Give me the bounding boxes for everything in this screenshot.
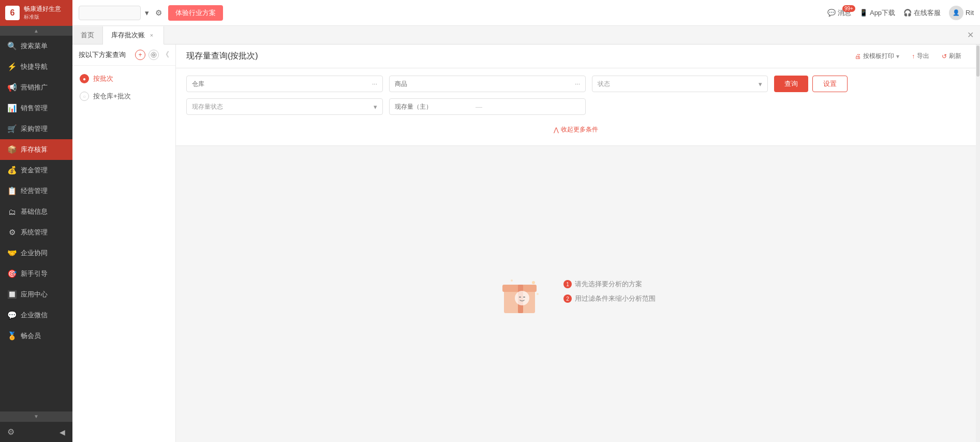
operation-icon: 📋 <box>7 186 17 196</box>
sidebar-item-wechat[interactable]: 💬 企业微信 <box>0 305 72 326</box>
topbar-search-input[interactable] <box>79 6 141 20</box>
collapse-icon[interactable]: ◀ <box>60 428 65 436</box>
messages-btn[interactable]: 💬 消息 99+ <box>827 8 851 18</box>
empty-svg <box>496 268 548 320</box>
print-dropdown-icon[interactable]: ▾ <box>896 53 899 60</box>
settings-icon[interactable]: ⚙ <box>7 427 14 437</box>
scheme-dot-active: ● <box>80 74 89 83</box>
enterprise-icon: 🤝 <box>7 248 17 258</box>
wechat-icon: 💬 <box>7 311 17 320</box>
status-select[interactable]: 状态 ▾ <box>592 76 768 92</box>
avatar: 👤 <box>949 6 963 20</box>
sidebar-item-inventory[interactable]: 📦 库存核算 <box>0 139 72 160</box>
refresh-icon: ↺ <box>942 53 947 60</box>
warehouse-input[interactable] <box>209 80 372 87</box>
filter-section: 仓库 ··· 商品 ··· 状态 ▾ 查询 设置 <box>176 68 976 146</box>
right-scrollbar <box>976 45 980 442</box>
warehouse-field[interactable]: 仓库 ··· <box>186 76 383 92</box>
scheme-add-btn[interactable]: + <box>135 50 145 60</box>
inventory-qty-range: 现存量（主） — <box>389 98 586 115</box>
sidebar-item-system[interactable]: ⚙ 系统管理 <box>0 222 72 243</box>
topbar-actions: 💬 消息 99+ 📱 App下载 🎧 在线客服 👤 Rit <box>827 6 974 20</box>
scheme-panel: 按以下方案查询 + 《 ● 按批次 <box>72 45 176 442</box>
member-icon: 🏅 <box>7 331 17 341</box>
empty-tip-2: 2 用过滤条件来缩小分析范围 <box>563 294 656 303</box>
settings-btn[interactable]: 设置 <box>812 76 848 92</box>
tab-close-btn[interactable]: × <box>148 32 155 39</box>
scheme-item-batch[interactable]: ● 按批次 <box>72 70 175 87</box>
query-btn[interactable]: 查询 <box>774 76 808 92</box>
sidebar-item-newbie[interactable]: 🎯 新手引导 <box>0 263 72 284</box>
print-icon: 🖨 <box>855 53 861 60</box>
qty-from-input[interactable] <box>440 103 471 110</box>
topbar-search-area: ▾ ⚙ <box>79 6 164 20</box>
tab-home[interactable]: 首页 <box>72 26 103 44</box>
sidebar-scroll-up[interactable]: ▲ <box>0 26 72 36</box>
scheme-item-warehouse-batch[interactable]: ○ 按仓库+批次 <box>72 87 175 105</box>
svg-point-0 <box>153 54 155 56</box>
sidebar-item-enterprise[interactable]: 🤝 企业协同 <box>0 243 72 263</box>
filter-row-2: 现存量状态 ▾ 现存量（主） — <box>186 98 966 115</box>
customer-service-icon: 🎧 <box>903 9 912 17</box>
scheme-header-actions: + 《 <box>135 50 169 60</box>
inventory-status-dropdown-icon: ▾ <box>374 103 377 111</box>
sidebar-item-marketing[interactable]: 📢 营销推广 <box>0 77 72 98</box>
product-input[interactable] <box>411 80 575 87</box>
sidebar-item-basic[interactable]: 🗂 基础信息 <box>0 201 72 222</box>
sidebar-item-app-center[interactable]: 🔲 应用中心 <box>0 284 72 305</box>
qty-to-input[interactable] <box>486 103 517 110</box>
tab-inventory-batch[interactable]: 库存批次账 × <box>103 26 164 45</box>
app-center-icon: 🔲 <box>7 290 17 299</box>
topbar-settings-btn[interactable]: ⚙ <box>153 7 164 19</box>
collapse-arrow-icon: ⋀ <box>554 126 559 134</box>
sidebar-item-purchase[interactable]: 🛒 采购管理 <box>0 119 72 139</box>
content-area: 按以下方案查询 + 《 ● 按批次 <box>72 45 980 442</box>
topbar: ▾ ⚙ 体验行业方案 💬 消息 99+ 📱 App下载 🎧 在线客服 👤 <box>72 0 980 26</box>
sales-icon: 📊 <box>7 104 17 113</box>
scheme-collapse-btn[interactable]: 《 <box>162 50 169 60</box>
sidebar-item-sales[interactable]: 📊 销售管理 <box>0 98 72 119</box>
sidebar-item-operation[interactable]: 📋 经营管理 <box>0 181 72 201</box>
svg-point-8 <box>532 281 535 284</box>
sidebar-item-member[interactable]: 🏅 畅会员 <box>0 326 72 346</box>
svg-point-10 <box>537 293 539 295</box>
newbie-icon: 🎯 <box>7 269 17 278</box>
product-field[interactable]: 商品 ··· <box>389 76 586 92</box>
empty-tips: 1 请先选择要分析的方案 2 用过滤条件来缩小分析范围 <box>563 279 656 308</box>
panel-close-btn[interactable]: ✕ <box>961 30 980 40</box>
filter-buttons: 查询 设置 <box>774 76 848 92</box>
topbar-dropdown-btn[interactable]: ▾ <box>143 7 151 19</box>
collapse-more-btn[interactable]: ⋀ 收起更多条件 <box>186 121 966 138</box>
app-logo: 6 <box>5 6 20 20</box>
basic-icon: 🗂 <box>7 208 17 216</box>
page-title: 现存量查询(按批次) <box>186 51 258 62</box>
status-dropdown-icon: ▾ <box>759 80 762 88</box>
scroll-thumb[interactable] <box>976 46 979 77</box>
customer-service-btn[interactable]: 🎧 在线客服 <box>903 8 941 18</box>
purchase-icon: 🛒 <box>7 124 17 134</box>
tab-bar: 首页 库存批次账 × ✕ <box>72 26 980 45</box>
warehouse-more-icon[interactable]: ··· <box>372 80 377 87</box>
sidebar-bottom: ⚙ ◀ <box>0 421 72 442</box>
scheme-list: ● 按批次 ○ 按仓库+批次 <box>72 66 175 442</box>
avatar-text: 👤 <box>953 9 960 16</box>
empty-illustration <box>496 268 548 320</box>
product-more-icon[interactable]: ··· <box>575 80 580 87</box>
inventory-status-select[interactable]: 现存量状态 ▾ <box>186 98 383 115</box>
sidebar-item-quick-nav[interactable]: ⚡ 快捷导航 <box>0 56 72 77</box>
scheme-header: 按以下方案查询 + 《 <box>72 45 175 66</box>
export-btn[interactable]: ↑ 导出 <box>908 50 933 63</box>
refresh-btn[interactable]: ↺ 刷新 <box>938 50 966 63</box>
user-avatar-area[interactable]: 👤 Rit <box>949 6 974 20</box>
page-header: 现存量查询(按批次) 🖨 按模板打印 ▾ ↑ 导出 ↺ 刷新 <box>176 45 976 68</box>
sidebar-item-search[interactable]: 🔍 搜索菜单 <box>0 36 72 56</box>
app-download-btn[interactable]: 📱 App下载 <box>859 8 895 18</box>
sidebar-header: 6 畅康通好生意 标准版 <box>0 0 72 26</box>
sidebar-scroll-down[interactable]: ▼ <box>0 411 72 421</box>
trial-btn[interactable]: 体验行业方案 <box>168 5 223 21</box>
main-area: ▾ ⚙ 体验行业方案 💬 消息 99+ 📱 App下载 🎧 在线客服 👤 <box>72 0 980 442</box>
svg-point-1 <box>151 52 156 57</box>
sidebar-item-finance[interactable]: 💰 资金管理 <box>0 160 72 181</box>
print-btn[interactable]: 🖨 按模板打印 ▾ <box>851 50 903 63</box>
scheme-settings-btn[interactable] <box>149 50 159 60</box>
